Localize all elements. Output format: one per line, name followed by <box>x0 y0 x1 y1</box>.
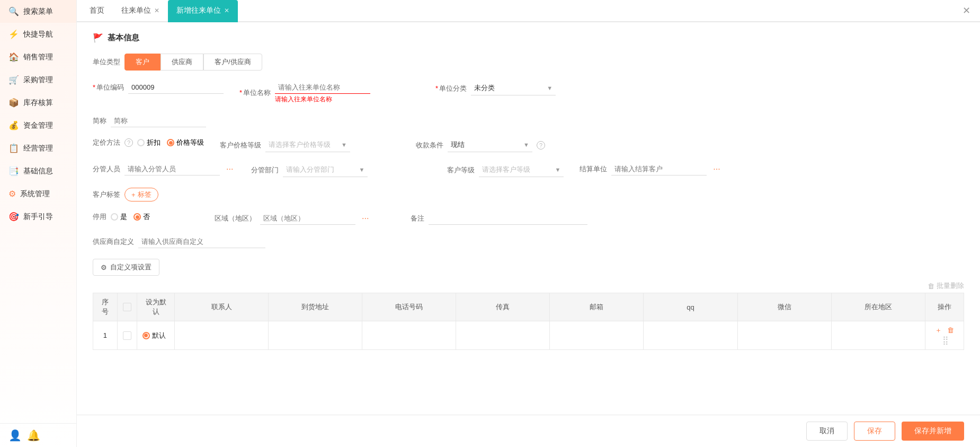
settlement-input[interactable] <box>611 163 707 176</box>
pricing-group: 定价方法 ? 折扣 价格等级 <box>93 138 204 147</box>
row-default-radio-circle <box>142 332 150 339</box>
settlement-more-icon[interactable]: ··· <box>711 164 722 174</box>
sidebar-item-system[interactable]: ⚙ 系统管理 <box>0 182 76 205</box>
flag-icon: 🚩 <box>93 33 103 43</box>
customer-price-label: 客户价格等级 <box>220 141 261 150</box>
custom-settings-button[interactable]: ⚙ 自定义项设置 <box>93 259 159 276</box>
supervisor-more-icon[interactable]: ··· <box>224 164 235 174</box>
row-default-radio[interactable]: 默认 <box>142 331 169 340</box>
row-fax[interactable] <box>456 321 550 350</box>
window-close-button[interactable]: ✕ <box>957 5 976 16</box>
collection-terms-select[interactable]: 现结 ▼ <box>448 138 532 152</box>
customer-price-select[interactable]: 请选择客户价格等级 ▼ <box>265 138 350 152</box>
table-header-default: 设为默认 <box>137 293 174 321</box>
row-qq[interactable] <box>644 321 737 350</box>
tab-bar: 首页 往来单位 ✕ 新增往来单位 ✕ ✕ <box>77 0 980 22</box>
select-all-checkbox[interactable] <box>123 303 131 311</box>
add-tag-plus: + <box>131 191 136 199</box>
row-email[interactable] <box>550 321 644 350</box>
cancel-button[interactable]: 取消 <box>806 422 848 441</box>
save-new-button[interactable]: 保存并新增 <box>902 422 964 441</box>
sidebar-item-basic[interactable]: 📑 基础信息 <box>0 160 76 182</box>
sidebar-item-label: 系统管理 <box>20 189 50 199</box>
tab-home[interactable]: 首页 <box>81 0 113 22</box>
sidebar-item-inventory[interactable]: 📦 库存核算 <box>0 91 76 114</box>
phone-input[interactable] <box>368 331 450 339</box>
row-checkbox[interactable] <box>123 331 131 340</box>
form-row-disable: 停用 是 否 区域（地区） ··· 备注 <box>93 212 964 225</box>
supervisor-input[interactable] <box>124 163 220 176</box>
row-drag-icon[interactable]: ⣿ <box>942 336 949 345</box>
row-delete-icon[interactable]: 🗑 <box>947 326 954 334</box>
unit-name-input[interactable] <box>275 81 370 94</box>
type-btn-supplier[interactable]: 供应商 <box>161 54 203 71</box>
batch-delete-label[interactable]: 批量删除 <box>937 281 964 291</box>
address-input[interactable] <box>274 331 357 339</box>
supplier-custom-group: 供应商自定义 <box>93 235 273 248</box>
qq-input[interactable] <box>649 331 732 339</box>
sidebar-item-finance[interactable]: 💰 资金管理 <box>0 114 76 137</box>
row-wechat[interactable] <box>737 321 831 350</box>
sidebar: 🔍 搜索菜单 ⚡ 快捷导航 🏠 销售管理 🛒 采购管理 📦 库存核算 💰 资金管… <box>0 0 77 447</box>
save-button[interactable]: 保存 <box>854 422 895 441</box>
abbr-input[interactable] <box>111 115 206 127</box>
row-add-icon[interactable]: ＋ <box>935 326 942 334</box>
fax-input[interactable] <box>461 331 544 339</box>
sidebar-item-label: 销售管理 <box>23 52 53 62</box>
tab-partner[interactable]: 往来单位 ✕ <box>113 0 168 22</box>
sidebar-item-label: 库存核算 <box>23 98 53 108</box>
sidebar-item-operation[interactable]: 📋 经营管理 <box>0 137 76 160</box>
email-input[interactable] <box>555 331 638 339</box>
region-input[interactable] <box>260 212 355 225</box>
table-header-checkbox <box>117 293 137 321</box>
sidebar-item-search[interactable]: 🔍 搜索菜单 <box>0 0 76 23</box>
add-tag-button[interactable]: + 标签 <box>124 188 158 201</box>
sidebar-item-label: 采购管理 <box>23 75 53 85</box>
radio-yes-circle <box>111 213 118 221</box>
contact-input[interactable] <box>180 331 263 339</box>
tab-new-partner[interactable]: 新增往来单位 ✕ <box>168 0 238 22</box>
pricing-info-icon[interactable]: ? <box>124 138 133 147</box>
customer-price-group: 客户价格等级 请选择客户价格等级 ▼ <box>220 138 400 152</box>
row-region[interactable] <box>831 321 925 350</box>
pricing-label: 定价方法 <box>93 138 120 147</box>
customer-tag-label: 客户标签 <box>93 190 120 199</box>
tab-partner-close[interactable]: ✕ <box>154 7 159 14</box>
row-contact[interactable] <box>175 321 269 350</box>
remark-input[interactable] <box>429 212 587 225</box>
row-region-input[interactable] <box>837 331 920 339</box>
wechat-input[interactable] <box>743 331 826 339</box>
row-address[interactable] <box>269 321 362 350</box>
collection-terms-label: 收款条件 <box>416 141 443 150</box>
dept-select[interactable]: 请输入分管部门 ▼ <box>283 163 368 177</box>
sidebar-item-purchase[interactable]: 🛒 采购管理 <box>0 68 76 91</box>
radio-yes[interactable]: 是 <box>111 212 127 222</box>
supplier-custom-input[interactable] <box>138 235 265 248</box>
sidebar-item-newbie[interactable]: 🎯 新手引导 <box>0 205 76 228</box>
dept-placeholder: 请输入分管部门 <box>286 165 334 174</box>
unit-name-group: 单位名称 请输入往来单位名称 <box>239 81 420 104</box>
customer-grade-select[interactable]: 请选择客户等级 ▼ <box>479 163 564 177</box>
tab-new-partner-close[interactable]: ✕ <box>224 7 229 14</box>
unit-category-select[interactable]: 未分类 ▼ <box>471 81 556 95</box>
type-button-group: 客户 供应商 客户/供应商 <box>124 54 262 71</box>
region-more-icon[interactable]: ··· <box>360 214 371 223</box>
tab-new-partner-label: 新增往来单位 <box>176 6 221 15</box>
type-btn-customer[interactable]: 客户 <box>124 54 161 71</box>
type-btn-both[interactable]: 客户/供应商 <box>203 54 262 71</box>
radio-grade[interactable]: 价格等级 <box>167 138 204 147</box>
row-phone[interactable] <box>362 321 456 350</box>
chevron-down-icon4: ▼ <box>359 166 364 173</box>
radio-no[interactable]: 否 <box>133 212 150 222</box>
form-row-supervisor: 分管人员 ··· 分管部门 请输入分管部门 ▼ 客户等级 请选择客户等级 ▼ 结… <box>93 163 964 177</box>
sidebar-item-label: 资金管理 <box>23 121 53 130</box>
dept-label: 分管部门 <box>251 165 279 175</box>
disable-label: 停用 <box>93 212 106 222</box>
region-label: 区域（地区） <box>215 214 256 223</box>
radio-discount[interactable]: 折扣 <box>137 138 161 147</box>
sidebar-item-sales[interactable]: 🏠 销售管理 <box>0 46 76 68</box>
row-index: 1 <box>93 321 118 350</box>
sidebar-item-quicknav[interactable]: ⚡ 快捷导航 <box>0 23 76 46</box>
collection-terms-info-icon[interactable]: ? <box>537 141 545 150</box>
unit-code-input[interactable] <box>128 81 224 94</box>
